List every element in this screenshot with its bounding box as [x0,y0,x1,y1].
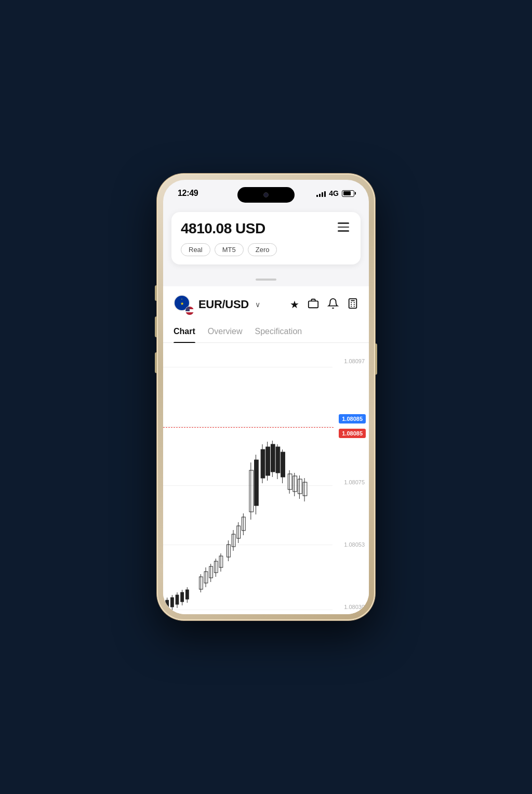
side-button[interactable] [375,343,377,375]
price-labels: 1.08097 1.08085 1.08085 1.08075 1.08053 … [334,343,367,614]
us-flag [185,306,194,315]
tag-real[interactable]: Real [181,243,210,256]
svg-rect-18 [176,595,179,604]
symbol-name[interactable]: EUR/USD [198,298,249,311]
svg-rect-58 [293,476,297,492]
signal-bar-3 [322,192,323,197]
hamburger-line-1 [338,222,349,224]
currency-flag: ★ [174,295,193,314]
svg-rect-50 [271,444,275,472]
camera-dot [263,192,269,197]
svg-text:★: ★ [180,301,184,306]
volume-down-button[interactable] [155,352,157,373]
status-right: 4G [316,189,354,197]
price-label-4: 1.08053 [344,541,365,548]
signal-bar-2 [319,194,321,197]
svg-rect-44 [255,460,259,506]
symbol-actions: ★ [290,298,358,312]
candlestick-chart [163,343,334,614]
svg-rect-5 [349,298,357,308]
phone-frame: 12:49 4G 4810.08 USD [157,174,375,620]
main-content: ★ EUR/USD ∨ [163,286,369,614]
svg-rect-36 [232,534,235,547]
price-badge-blue: 1.08085 [339,414,366,424]
svg-rect-62 [303,482,307,496]
price-label-1: 1.08097 [344,358,365,364]
battery-fill [343,191,351,195]
tabs: Chart Overview Specification [163,321,369,343]
svg-rect-48 [266,447,270,475]
svg-rect-26 [204,572,208,583]
tag-mt5[interactable]: MT5 [215,243,244,256]
silent-switch[interactable] [155,285,157,301]
phone-screen: 12:49 4G 4810.08 USD [163,180,369,614]
symbol-header: ★ EUR/USD ∨ [163,286,369,319]
hamburger-line-3 [338,230,349,232]
svg-rect-46 [261,449,265,478]
price-label-5: 1.08030 [344,604,365,610]
svg-rect-56 [288,474,292,489]
tab-chart[interactable]: Chart [174,321,208,342]
svg-rect-20 [181,592,184,602]
chart-area: 1.08097 1.08085 1.08085 1.08075 1.08053 … [163,343,369,614]
tab-overview[interactable]: Overview [208,321,255,342]
volume-up-button[interactable] [155,316,157,337]
svg-rect-14 [166,600,169,611]
dynamic-island [237,187,295,203]
status-time: 12:49 [178,189,198,198]
phone-wrapper: 12:49 4G 4810.08 USD [157,174,375,620]
signal-bar-1 [316,195,318,197]
price-badge-red: 1.08085 [339,429,366,438]
account-tags: Real MT5 Zero [181,243,351,256]
account-balance: 4810.08 USD [181,220,265,237]
status-4g: 4G [329,189,339,197]
svg-rect-54 [281,452,285,477]
svg-rect-60 [298,479,302,494]
price-label-3: 1.08075 [344,479,365,485]
bell-icon[interactable] [327,298,339,312]
favorite-icon[interactable]: ★ [290,298,299,311]
battery-icon [342,190,354,197]
svg-rect-22 [185,590,189,599]
tab-specification[interactable]: Specification [255,321,314,342]
drag-handle [256,279,276,281]
account-card: 4810.08 USD Real MT5 Zero [171,212,361,264]
signal-bar-4 [324,191,326,197]
svg-rect-42 [249,470,254,512]
svg-rect-16 [170,598,174,607]
briefcase-icon[interactable] [308,298,319,312]
svg-rect-3 [309,301,318,308]
hamburger-button[interactable] [336,220,351,234]
hamburger-line-2 [338,227,349,228]
tag-zero[interactable]: Zero [248,243,277,256]
svg-rect-30 [214,561,218,573]
symbol-left: ★ EUR/USD ∨ [174,295,260,314]
chevron-down-icon[interactable]: ∨ [255,300,260,309]
svg-rect-52 [276,447,280,473]
account-header: 4810.08 USD [181,220,351,237]
signal-bars [316,190,326,197]
calculator-icon[interactable] [347,298,358,312]
